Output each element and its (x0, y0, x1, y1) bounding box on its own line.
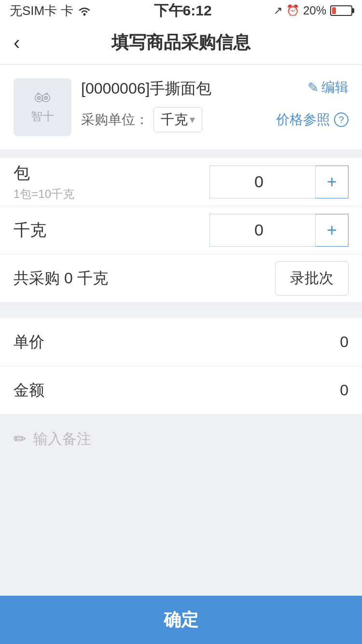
remark-placeholder: 输入备注 (33, 429, 91, 449)
sim-icon: 卡 (61, 2, 73, 19)
price-reference-button[interactable]: 价格参照 ? (276, 111, 348, 129)
status-time: 下午6:12 (154, 1, 212, 21)
kg-label: 千克 (14, 219, 46, 241)
confirm-button[interactable]: 确定 (0, 596, 362, 644)
svg-marker-7 (37, 92, 40, 94)
alarm-icon: ⏰ (286, 4, 299, 17)
content-fill-area (0, 463, 362, 608)
input-section: 包 1包=10千克 + 千克 + 共采购 0 千克 录批次 (0, 158, 362, 303)
product-name: [0000006]手撕面包 (81, 78, 211, 99)
svg-marker-8 (45, 92, 48, 94)
remark-section[interactable]: ✏ 输入备注 (0, 415, 362, 463)
svg-point-6 (45, 97, 47, 98)
edit-button[interactable]: ✎ 编辑 (307, 78, 348, 97)
status-bar: 无SIM卡 卡 下午6:12 ↗ ⏰ 20% (0, 0, 362, 21)
amount-row: 金额 0 (0, 366, 362, 415)
product-header: [0000006]手撕面包 ✎ 编辑 (81, 78, 348, 99)
svg-point-0 (84, 14, 86, 16)
pencil-icon: ✏ (14, 430, 27, 448)
edit-icon: ✎ (307, 80, 319, 96)
info-icon: ? (334, 112, 348, 127)
svg-point-5 (38, 97, 40, 98)
nav-bar: ‹ 填写商品采购信息 (0, 21, 362, 65)
product-logo: 智十 (23, 90, 62, 124)
unit-prefix-label: 采购单位： (81, 111, 149, 129)
carrier-text: 无SIM卡 (10, 2, 57, 19)
wifi-icon (77, 5, 92, 16)
bao-control: + (209, 166, 348, 198)
kg-plus-button[interactable]: + (316, 214, 348, 247)
unit-price-value: 0 (340, 333, 348, 351)
amount-label: 金额 (14, 380, 44, 401)
product-image: 智十 (14, 78, 71, 136)
dropdown-arrow-icon: ▾ (190, 113, 195, 126)
bao-input[interactable] (209, 166, 316, 198)
unit-price-row: 单价 0 (0, 318, 362, 366)
unit-select[interactable]: 千克 ▾ (153, 107, 202, 132)
unit-value: 千克 (161, 111, 188, 129)
batch-button[interactable]: 录批次 (275, 261, 348, 295)
product-info: [0000006]手撕面包 ✎ 编辑 采购单位： 千克 ▾ 价格参照 ? (81, 78, 348, 132)
section-divider-1 (0, 150, 362, 158)
battery-icon (330, 5, 352, 16)
bao-label: 包 1包=10千克 (14, 162, 74, 202)
unit-price-label: 单价 (14, 332, 44, 353)
section-divider-2 (0, 303, 362, 310)
status-right: ↗ ⏰ 20% (274, 4, 352, 17)
kg-control: + (209, 214, 348, 247)
battery-fill (332, 7, 336, 14)
product-card: 智十 [0000006]手撕面包 ✎ 编辑 采购单位： 千克 ▾ 价格参照 ? (0, 65, 362, 150)
bao-input-row: 包 1包=10千克 + (0, 158, 362, 206)
bao-plus-button[interactable]: + (316, 166, 348, 198)
battery-pct: 20% (303, 4, 326, 17)
status-left: 无SIM卡 卡 (10, 2, 92, 19)
amount-value: 0 (340, 381, 348, 399)
summary-row: 共采购 0 千克 录批次 (0, 254, 362, 303)
back-button[interactable]: ‹ (14, 32, 20, 54)
price-section: 单价 0 金额 0 (0, 318, 362, 415)
summary-text: 共采购 0 千克 (14, 268, 108, 289)
product-unit-row: 采购单位： 千克 ▾ 价格参照 ? (81, 107, 348, 132)
kg-input[interactable] (209, 214, 316, 247)
location-icon: ↗ (274, 4, 282, 17)
kg-input-row: 千克 + (0, 206, 362, 254)
logo-text: 智十 (31, 109, 54, 124)
page-title: 填写商品采购信息 (111, 31, 251, 55)
